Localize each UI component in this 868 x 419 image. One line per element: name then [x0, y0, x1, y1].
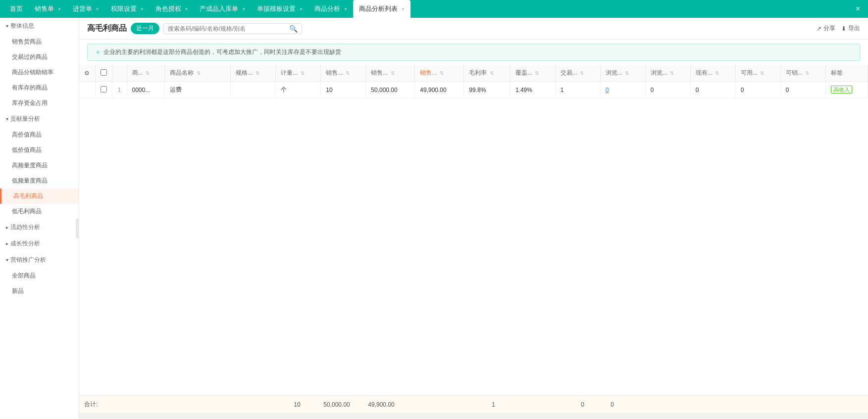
sort-icon-available: ⇅ [760, 70, 764, 76]
sidebar-group-overall[interactable]: ▾ 整体信息 [0, 18, 79, 34]
nav-close-analysis[interactable]: × [344, 6, 347, 12]
nav-item-template[interactable]: 单据模板设置 × [251, 0, 308, 18]
sidebar-item-analysis-rate[interactable]: 商品分销助销率 [0, 65, 79, 80]
col-unit[interactable]: 计量... ⇅ [276, 65, 321, 82]
nav-label-products: 产成品入库单 [200, 4, 238, 13]
sidebar-item-new-goods[interactable]: 新品 [0, 283, 79, 299]
sidebar-label-high-margin: 高毛利商品 [13, 192, 43, 199]
sidebar-group-wealth[interactable]: ▾ 贡献量分析 [0, 111, 79, 127]
group-label-wealth: 贡献量分析 [10, 115, 40, 123]
col-tag[interactable]: 标签 [825, 65, 868, 82]
search-input[interactable] [168, 25, 287, 32]
search-box: 🔍 [163, 23, 302, 34]
nav-item-sales[interactable]: 销售单 × [29, 0, 67, 18]
settings-icon: ⚙ [84, 70, 90, 77]
col-code-label: 商... [132, 69, 143, 76]
sidebar-group-growth[interactable]: ▸ 成长性分析 [0, 235, 79, 252]
row-browse1[interactable]: 0 [606, 87, 609, 93]
nav-item-products[interactable]: 产成品入库单 × [194, 0, 251, 18]
select-all-checkbox[interactable] [101, 69, 107, 76]
row-sales-amt: 50,000.00 [371, 87, 397, 93]
sidebar-group-marketing[interactable]: ▾ 营销推广分析 [0, 252, 79, 268]
cell-available: 0 [735, 82, 780, 98]
row-checkbox[interactable] [101, 86, 107, 93]
cell-trade: 1 [555, 82, 600, 98]
cell-margin-rate: 99.8% [464, 82, 511, 98]
col-sales-cost[interactable]: 销售... ⇅ [415, 65, 464, 82]
nav-close-roles[interactable]: × [185, 6, 188, 12]
sidebar-item-inventory-goods[interactable]: 有库存的商品 [0, 80, 79, 95]
row-num: 1 [118, 87, 121, 93]
filter-recent-month-button[interactable]: 近一月 [131, 23, 159, 34]
group-label-growth: 成长性分析 [10, 239, 40, 248]
col-browse1[interactable]: 浏览... ⇅ [600, 65, 645, 82]
share-button[interactable]: ↗ 分享 [817, 24, 835, 33]
col-sales-amt[interactable]: 销售... ⇅ [366, 65, 415, 82]
nav-item-roles[interactable]: 角色授权 × [150, 0, 194, 18]
export-button[interactable]: ⬇ 导出 [841, 24, 860, 33]
nav-close-analysis-list[interactable]: × [402, 6, 405, 12]
col-sales-qty[interactable]: 销售... ⇅ [321, 65, 366, 82]
nav-close-products[interactable]: × [242, 6, 245, 12]
cell-browse1: 0 [600, 82, 645, 98]
sort-icon-spec: ⇅ [255, 70, 259, 76]
sidebar-item-low-value[interactable]: 低价值商品 [0, 142, 79, 158]
col-browse1-label: 浏览... [606, 69, 622, 76]
col-coverage[interactable]: 覆盖... ⇅ [510, 65, 555, 82]
col-salable[interactable]: 可销... ⇅ [780, 65, 825, 82]
footer-sales-cost: 49,900.00 [368, 401, 412, 408]
footer-label: 合计: [84, 400, 98, 409]
col-margin-rate-label: 毛利率 [469, 69, 487, 76]
col-spec[interactable]: 规格... ⇅ [231, 65, 276, 82]
collapse-icon: « [78, 226, 79, 231]
group-label-marketing: 营销推广分析 [10, 256, 46, 264]
row-sales-qty: 10 [326, 87, 332, 93]
top-navigation: 首页 销售单 × 进货单 × 权限设置 × 角色授权 × 产成品入库单 × 单据… [0, 0, 868, 18]
col-margin-rate[interactable]: 毛利率 ⇅ [464, 65, 511, 82]
nav-close-template[interactable]: × [300, 6, 303, 12]
sidebar-label-new-goods: 新品 [12, 287, 24, 294]
sort-icon-code: ⇅ [146, 70, 150, 76]
share-label: 分享 [823, 24, 835, 33]
col-code[interactable]: 商... ⇅ [127, 65, 165, 82]
bottom-scrollbar[interactable] [79, 413, 868, 419]
sidebar-item-traded-goods[interactable]: 交易过的商品 [0, 49, 79, 65]
sidebar-item-high-freq[interactable]: 高频量度商品 [0, 158, 79, 173]
nav-item-analysis-list[interactable]: 商品分析列表 × [353, 0, 410, 18]
sidebar-label-sales-goods: 销售货商品 [12, 38, 42, 45]
sidebar-group-trend[interactable]: ▸ 流趋性分析 [0, 219, 79, 235]
search-icon[interactable]: 🔍 [289, 25, 298, 33]
sidebar-item-high-value[interactable]: 高价值商品 [0, 127, 79, 142]
sidebar-collapse-button[interactable]: « [76, 219, 79, 238]
col-available[interactable]: 可用... ⇅ [735, 65, 780, 82]
sidebar-item-all-goods[interactable]: 全部商品 [0, 268, 79, 283]
nav-window-close[interactable]: × [852, 4, 864, 13]
row-unit: 个 [281, 86, 287, 93]
cell-salable: 0 [780, 82, 825, 98]
sidebar-item-low-freq[interactable]: 低频量度商品 [0, 173, 79, 188]
nav-close-purchase[interactable]: × [96, 6, 99, 12]
nav-item-permissions[interactable]: 权限设置 × [105, 0, 150, 18]
nav-close-permissions[interactable]: × [141, 6, 144, 12]
sidebar-item-high-margin[interactable]: 高毛利商品 [0, 188, 79, 204]
sidebar-label-high-freq: 高频量度商品 [12, 162, 48, 169]
col-coverage-label: 覆盖... [515, 69, 532, 76]
col-trade[interactable]: 交易... ⇅ [555, 65, 600, 82]
sidebar-item-low-margin[interactable]: 低毛利商品 [0, 204, 79, 219]
cell-sales-qty: 10 [321, 82, 366, 98]
nav-label-template: 单据模板设置 [257, 4, 296, 13]
nav-item-purchase[interactable]: 进货单 × [67, 0, 105, 18]
nav-item-home[interactable]: 首页 [4, 0, 29, 18]
sidebar-label-low-value: 低价值商品 [12, 146, 42, 153]
cell-name: 运费 [165, 82, 231, 98]
footer-available: 0 [611, 401, 640, 408]
col-settings[interactable]: ⚙ [79, 65, 95, 82]
nav-close-sales[interactable]: × [58, 6, 61, 12]
col-current[interactable]: 现有... ⇅ [690, 65, 735, 82]
sidebar-label-low-margin: 低毛利商品 [12, 208, 42, 215]
col-browse2[interactable]: 浏览... ⇅ [645, 65, 690, 82]
sidebar-item-sales-goods[interactable]: 销售货商品 [0, 34, 79, 49]
sidebar-item-inventory-ratio[interactable]: 库存资金占用 [0, 95, 79, 111]
nav-item-analysis[interactable]: 商品分析 × [308, 0, 353, 18]
col-name[interactable]: 商品名称 ⇅ [165, 65, 231, 82]
